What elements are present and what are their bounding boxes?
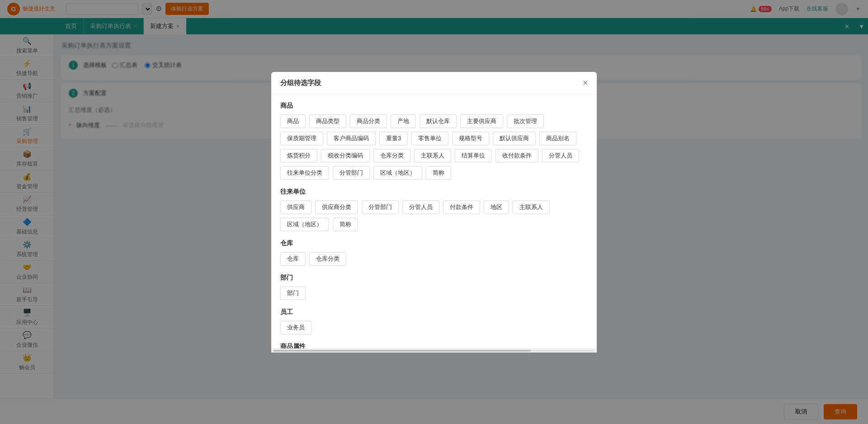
field-tag-pay-terms[interactable]: 付款条件 — [443, 200, 480, 214]
modal-header: 分组待选字段 × — [271, 72, 597, 95]
field-tag-region-counter[interactable]: 区域（地区） — [280, 218, 329, 231]
field-tag-product-type[interactable]: 商品类型 — [309, 114, 346, 128]
field-tag-warehouse-category[interactable]: 仓库分类 — [373, 149, 410, 162]
field-tag-salesperson[interactable]: 业务员 — [280, 321, 311, 334]
field-tag-main-supplier[interactable]: 主要供应商 — [460, 114, 503, 128]
modal-overlay: 分组待选字段 × 商品 商品 商品类型 商品分类 产地 默认仓库 主要供应商 批… — [0, 0, 868, 424]
group-title-employee: 员工 — [280, 308, 588, 316]
field-tags-warehouse: 仓库 仓库分类 — [280, 252, 588, 266]
field-group-dept: 部门 部门 — [280, 274, 588, 300]
field-tag-warehouse-cat[interactable]: 仓库分类 — [309, 252, 346, 266]
field-tag-default-supplier[interactable]: 默认供应商 — [493, 132, 536, 145]
field-tag-product-alias[interactable]: 商品别名 — [539, 132, 576, 145]
field-tag-supplier-category[interactable]: 供应商分类 — [315, 200, 358, 214]
field-tag-manage-dept[interactable]: 分管部门 — [333, 166, 370, 180]
field-group-product: 商品 商品 商品类型 商品分类 产地 默认仓库 主要供应商 批次管理 保质期管理… — [280, 102, 588, 180]
field-tag-supplier[interactable]: 供应商 — [280, 200, 311, 214]
field-tag-district[interactable]: 地区 — [484, 200, 509, 214]
field-tag-retail-unit[interactable]: 零售单位 — [411, 132, 448, 145]
field-tag-customer-code[interactable]: 客户商品编码 — [327, 132, 376, 145]
field-tag-product[interactable]: 商品 — [280, 114, 306, 128]
group-title-counterparty: 往来单位 — [280, 188, 588, 196]
field-tag-refine-points[interactable]: 炼货积分 — [280, 149, 317, 162]
field-tag-product-category[interactable]: 商品分类 — [350, 114, 387, 128]
field-tag-counterparty-category[interactable]: 往来单位分类 — [280, 166, 329, 180]
field-tag-weight3[interactable]: 重量3 — [379, 132, 408, 145]
field-group-counterparty: 往来单位 供应商 供应商分类 分管部门 分管人员 付款条件 地区 主联系人 区域… — [280, 188, 588, 231]
field-tags-dept: 部门 — [280, 286, 588, 300]
field-tag-main-contact[interactable]: 主联系人 — [414, 149, 451, 162]
field-tag-warehouse[interactable]: 仓库 — [280, 252, 306, 266]
field-group-product-attr: 商品属性 属性 颜色 多规格 尺码 鞋码 1 — [280, 343, 588, 349]
field-tags-employee: 业务员 — [280, 321, 588, 334]
modal-hscrollbar[interactable] — [271, 348, 597, 352]
field-tag-default-warehouse[interactable]: 默认仓库 — [420, 114, 457, 128]
field-group-employee: 员工 业务员 — [280, 308, 588, 334]
field-tag-tax-code[interactable]: 税收分类编码 — [321, 149, 370, 162]
field-tag-batch-mgmt[interactable]: 批次管理 — [507, 114, 544, 128]
field-tag-manager[interactable]: 分管人员 — [542, 149, 579, 162]
field-tag-abbr-counter[interactable]: 简称 — [333, 218, 358, 231]
field-tag-dept[interactable]: 部门 — [280, 286, 306, 300]
group-title-dept: 部门 — [280, 274, 588, 282]
field-tags-product: 商品 商品类型 商品分类 产地 默认仓库 主要供应商 批次管理 保质期管理 客户… — [280, 114, 588, 180]
field-tag-region-product[interactable]: 区域（地区） — [373, 166, 422, 180]
field-tags-counterparty: 供应商 供应商分类 分管部门 分管人员 付款条件 地区 主联系人 区域（地区） … — [280, 200, 588, 231]
field-tag-payment-terms[interactable]: 收付款条件 — [495, 149, 538, 162]
field-tag-manage-person[interactable]: 分管人员 — [402, 200, 439, 214]
group-title-warehouse: 仓库 — [280, 239, 588, 248]
group-title-product: 商品 — [280, 102, 588, 110]
modal-body: 商品 商品 商品类型 商品分类 产地 默认仓库 主要供应商 批次管理 保质期管理… — [271, 95, 597, 349]
modal: 分组待选字段 × 商品 商品 商品类型 商品分类 产地 默认仓库 主要供应商 批… — [271, 72, 597, 353]
group-title-product-attr: 商品属性 — [280, 343, 588, 349]
field-tag-origin[interactable]: 产地 — [391, 114, 416, 128]
field-tag-spec-model[interactable]: 规格型号 — [452, 132, 489, 145]
field-tag-abbr-product[interactable]: 简称 — [426, 166, 451, 180]
modal-title: 分组待选字段 — [280, 79, 321, 87]
field-group-warehouse: 仓库 仓库 仓库分类 — [280, 239, 588, 266]
modal-close-btn[interactable]: × — [583, 78, 588, 88]
field-tag-shelf-life[interactable]: 保质期管理 — [280, 132, 323, 145]
field-tag-settlement-unit[interactable]: 结算单位 — [455, 149, 492, 162]
field-tag-main-contact2[interactable]: 主联系人 — [513, 200, 550, 214]
field-tag-manage-dept2[interactable]: 分管部门 — [362, 200, 399, 214]
